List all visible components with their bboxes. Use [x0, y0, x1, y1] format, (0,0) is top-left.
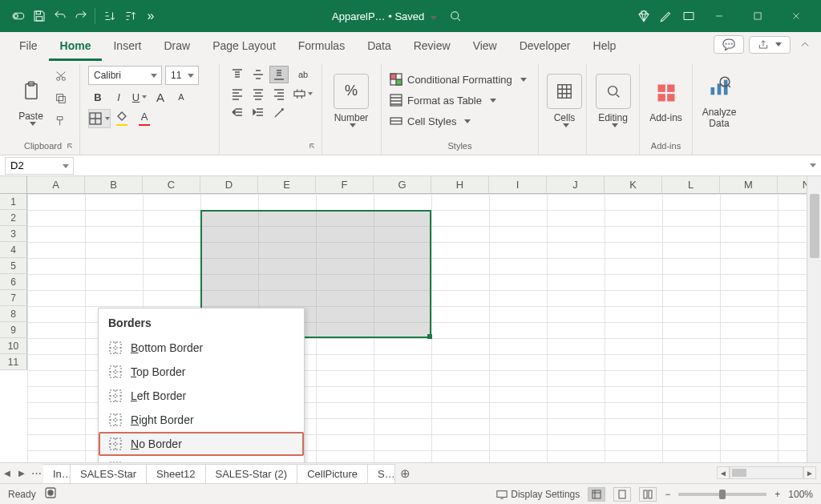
- grow-font-icon[interactable]: A: [151, 88, 170, 106]
- addins-button[interactable]: Add-ins: [648, 66, 684, 135]
- row-header[interactable]: 10: [0, 338, 27, 354]
- add-sheet-button[interactable]: ⊕: [395, 466, 416, 481]
- align-top-icon[interactable]: [228, 66, 247, 83]
- ribbon-display-icon[interactable]: [681, 9, 696, 23]
- horizontal-scrollbar[interactable]: ◄ ►: [717, 466, 816, 480]
- wrap-text-icon[interactable]: ab: [293, 66, 313, 83]
- cut-icon[interactable]: [51, 66, 71, 87]
- border-option-left-border[interactable]: Left Border: [99, 384, 304, 408]
- row-header[interactable]: 4: [0, 242, 27, 258]
- row-header[interactable]: 1: [0, 194, 27, 210]
- tab-file[interactable]: File: [8, 33, 49, 61]
- orientation-icon[interactable]: [269, 104, 289, 122]
- column-header[interactable]: C: [143, 176, 200, 194]
- qat-overflow-icon[interactable]: »: [144, 9, 158, 23]
- column-header[interactable]: L: [662, 176, 720, 194]
- borders-button[interactable]: [88, 109, 111, 128]
- sheet-nav-next-icon[interactable]: ►: [14, 467, 29, 479]
- column-header[interactable]: A: [27, 176, 85, 194]
- column-header[interactable]: D: [200, 176, 258, 194]
- column-header[interactable]: M: [720, 176, 778, 194]
- font-color-button[interactable]: A: [135, 109, 154, 127]
- macro-record-icon[interactable]: [44, 486, 57, 502]
- align-left-icon[interactable]: [228, 85, 247, 103]
- undo-icon[interactable]: [53, 9, 67, 23]
- merge-center-icon[interactable]: [293, 85, 313, 103]
- redo-icon[interactable]: [74, 9, 88, 23]
- tab-insert[interactable]: Insert: [102, 33, 152, 61]
- border-option-top-border[interactable]: Top Border: [99, 360, 304, 384]
- analyze-data-button[interactable]: Analyze Data: [701, 66, 738, 135]
- normal-view-icon[interactable]: [588, 487, 605, 502]
- column-header[interactable]: J: [547, 176, 605, 194]
- minimize-button[interactable]: [704, 5, 734, 27]
- search-icon[interactable]: [448, 9, 463, 23]
- page-break-view-icon[interactable]: [639, 487, 657, 502]
- align-bottom-icon[interactable]: [269, 66, 289, 83]
- vertical-scrollbar[interactable]: [807, 176, 821, 462]
- maximize-button[interactable]: [742, 5, 773, 27]
- align-middle-icon[interactable]: [249, 66, 268, 83]
- select-all-corner[interactable]: [0, 176, 27, 194]
- alignment-launcher-icon[interactable]: [307, 143, 318, 154]
- row-header[interactable]: 2: [0, 210, 27, 226]
- fill-color-button[interactable]: [112, 109, 131, 127]
- row-header[interactable]: 3: [0, 226, 27, 242]
- tab-page-layout[interactable]: Page Layout: [201, 33, 287, 61]
- border-option-right-border[interactable]: Right Border: [99, 408, 304, 432]
- autosave-toggle-icon[interactable]: [11, 9, 26, 23]
- border-option-all-borders[interactable]: All Borders: [99, 456, 304, 462]
- cell-styles-button[interactable]: Cell Styles: [390, 111, 471, 131]
- zoom-percent[interactable]: 100%: [788, 489, 813, 500]
- sheet-tab[interactable]: CellPicture: [297, 464, 368, 483]
- row-header[interactable]: 6: [0, 274, 27, 290]
- pencil-icon[interactable]: [659, 9, 673, 23]
- diamond-icon[interactable]: [637, 9, 651, 23]
- tab-data[interactable]: Data: [356, 33, 402, 61]
- font-size-select[interactable]: 11: [165, 66, 199, 85]
- conditional-formatting-button[interactable]: Conditional Formatting: [390, 69, 527, 90]
- underline-button[interactable]: U: [130, 88, 149, 106]
- decrease-indent-icon[interactable]: [228, 104, 247, 122]
- save-icon[interactable]: [32, 9, 47, 23]
- row-header[interactable]: 11: [0, 354, 27, 370]
- align-right-icon[interactable]: [269, 85, 289, 103]
- column-header[interactable]: G: [374, 176, 431, 194]
- row-header[interactable]: 8: [0, 306, 27, 322]
- zoom-out-button[interactable]: −: [665, 489, 670, 500]
- bold-button[interactable]: B: [88, 88, 107, 106]
- sheet-tab[interactable]: SALES-Star: [71, 464, 147, 483]
- zoom-slider[interactable]: [678, 493, 766, 496]
- tab-developer[interactable]: Developer: [508, 33, 582, 61]
- font-name-select[interactable]: Calibri: [88, 66, 162, 85]
- collapse-ribbon-icon[interactable]: [795, 36, 815, 54]
- fill-handle-icon[interactable]: [427, 334, 432, 339]
- shrink-font-icon[interactable]: A: [172, 88, 191, 106]
- clipboard-launcher-icon[interactable]: [65, 143, 76, 154]
- zoom-in-button[interactable]: +: [774, 489, 780, 500]
- number-format-button[interactable]: % Number: [330, 66, 372, 135]
- display-settings-button[interactable]: Display Settings: [496, 489, 580, 500]
- row-header[interactable]: 9: [0, 322, 27, 338]
- tab-formulas[interactable]: Formulas: [287, 33, 356, 61]
- sort-asc-icon[interactable]: [102, 9, 116, 23]
- tab-review[interactable]: Review: [402, 33, 462, 61]
- page-layout-view-icon[interactable]: [613, 487, 631, 502]
- row-header[interactable]: 5: [0, 258, 27, 274]
- sheet-tab[interactable]: Sheet12: [147, 464, 205, 483]
- sheet-nav-prev-icon[interactable]: ◄: [0, 467, 14, 479]
- column-header[interactable]: H: [431, 176, 489, 194]
- sheet-nav-more-icon[interactable]: ⋯: [29, 467, 43, 479]
- align-center-icon[interactable]: [249, 85, 268, 103]
- column-header[interactable]: K: [605, 176, 662, 194]
- tab-home[interactable]: Home: [49, 33, 103, 61]
- tab-help[interactable]: Help: [582, 33, 628, 61]
- paste-button[interactable]: Paste: [14, 66, 47, 135]
- share-button[interactable]: [749, 36, 791, 54]
- cells-button[interactable]: Cells: [547, 66, 582, 135]
- column-header[interactable]: E: [258, 176, 316, 194]
- column-header[interactable]: F: [316, 176, 374, 194]
- border-option-bottom-border[interactable]: Bottom Border: [99, 336, 304, 360]
- increase-indent-icon[interactable]: [249, 104, 268, 122]
- copy-icon[interactable]: [51, 88, 71, 109]
